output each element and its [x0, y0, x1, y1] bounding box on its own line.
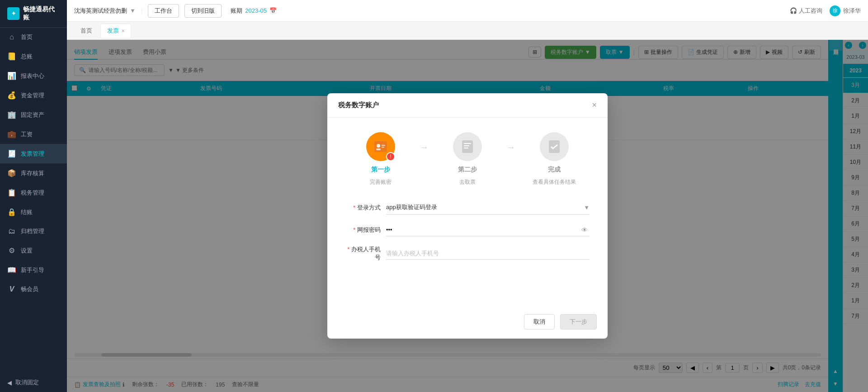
- modal-title: 税务数字账户: [338, 101, 379, 110]
- phone-required-mark: *: [347, 246, 349, 253]
- invoice-icon: 🧾: [7, 149, 16, 158]
- tab-invoice[interactable]: 发票 ×: [100, 24, 131, 38]
- user-menu[interactable]: 徐 徐泽华: [830, 5, 861, 16]
- modal-close-button[interactable]: ×: [592, 100, 597, 110]
- svg-rect-4: [382, 147, 384, 148]
- step3-desc: 查看具体任务结果: [533, 178, 576, 186]
- company-selector[interactable]: 沈海英测试经营勿删 ▼: [74, 7, 136, 15]
- logo-icon: ✦: [7, 7, 19, 20]
- pwd-required-mark: *: [353, 226, 355, 233]
- topbar-right: 🎧 人工咨询 徐 徐泽华: [790, 5, 861, 16]
- login-method-select[interactable]: app获取验证码登录 ▼: [386, 201, 590, 215]
- tax-icon: 📋: [7, 188, 16, 197]
- home-icon: ⌂: [7, 33, 16, 41]
- cancel-button[interactable]: 取消: [524, 314, 555, 330]
- tab-invoice-label: 发票: [107, 27, 119, 35]
- sidebar-label-settings: 设置: [21, 247, 33, 255]
- step3-icon-wrap: [540, 132, 569, 161]
- sidebar-item-archive[interactable]: 🗂 归档管理: [0, 222, 67, 241]
- login-method-row: * 登录方式 app获取验证码登录 ▼: [345, 201, 590, 215]
- steps-container: ! 第一步 完善账密 →: [327, 118, 608, 197]
- sidebar-label-assets: 固定资产: [21, 111, 44, 119]
- svg-rect-2: [376, 148, 381, 150]
- sidebar: ✦ 畅捷通易代账 ⌂ 首页 📒 总账 📊 报表中心 💰 资金管理 🏢 固定资产 …: [0, 0, 67, 392]
- password-row: * 网报密码 👁: [345, 224, 590, 236]
- modal-footer: 取消 下一步: [327, 309, 608, 339]
- step2-desc: 去取票: [459, 178, 476, 186]
- sidebar-item-ledger[interactable]: 📒 总账: [0, 47, 67, 66]
- password-toggle-icon[interactable]: 👁: [580, 225, 590, 235]
- sidebar-label-tax: 税务管理: [21, 189, 44, 197]
- service-label: 人工咨询: [799, 7, 822, 15]
- unpin-label: 取消固定: [15, 378, 39, 387]
- main-content: 沈海英测试经营勿删 ▼ | 工作台 切到旧版 账期 2023-05 📅 🎧 人工…: [67, 0, 868, 392]
- tax-account-modal: 税务数字账户 ×: [327, 93, 608, 339]
- phone-input[interactable]: [386, 247, 590, 260]
- svg-point-1: [377, 144, 380, 148]
- arrow-1-2: →: [416, 142, 432, 153]
- tab-home[interactable]: 首页: [74, 24, 99, 38]
- sidebar-item-settings[interactable]: ⚙ 设置: [0, 241, 67, 260]
- select-arrow-icon: ▼: [584, 204, 590, 211]
- sidebar-label-salary: 工资: [21, 130, 33, 139]
- workbench-button[interactable]: 工作台: [148, 4, 179, 18]
- sidebar-item-close[interactable]: 🔒 结账: [0, 202, 67, 222]
- headset-icon: 🎧: [790, 7, 797, 14]
- tab-close-icon[interactable]: ×: [122, 28, 124, 33]
- password-input[interactable]: [386, 224, 580, 236]
- arrow-2-3: →: [503, 142, 519, 153]
- step-2: 第二步 去取票: [432, 132, 503, 186]
- sidebar-label-home: 首页: [21, 33, 33, 41]
- switch-label: 切到旧版: [191, 7, 215, 14]
- phone-row: * 办税人手机号: [345, 245, 590, 262]
- sidebar-label-funds: 资金管理: [21, 91, 44, 100]
- period-display: 账期 2023-05 📅: [231, 7, 277, 15]
- step2-icon: [459, 139, 476, 155]
- unpin-button[interactable]: ◀ 取消固定: [0, 373, 67, 392]
- svg-rect-6: [464, 143, 471, 144]
- sidebar-item-invoice[interactable]: 🧾 发票管理: [0, 144, 67, 163]
- svg-rect-8: [464, 148, 468, 148]
- step1-desc: 完善账密: [370, 178, 392, 186]
- sidebar-label-invoice: 发票管理: [21, 150, 44, 158]
- next-button[interactable]: 下一步: [560, 314, 597, 330]
- modal-form: * 登录方式 app获取验证码登录 ▼ *: [327, 197, 608, 282]
- tab-home-label: 首页: [80, 27, 92, 35]
- step1-icon-wrap: !: [366, 132, 395, 161]
- period-value: 2023-05: [245, 7, 267, 14]
- step1-error-badge: !: [386, 152, 395, 161]
- password-label: * 网报密码: [345, 226, 386, 234]
- step1-icon: [373, 139, 389, 155]
- sidebar-label-inventory: 库存核算: [21, 169, 44, 177]
- sidebar-item-reports[interactable]: 📊 报表中心: [0, 66, 67, 86]
- tab-bar: 首页 发票 ×: [67, 22, 868, 40]
- svg-rect-5: [462, 140, 473, 153]
- period-label: 账期: [231, 7, 242, 15]
- modal-overlay: 税务数字账户 ×: [67, 40, 868, 392]
- modal-header: 税务数字账户 ×: [327, 93, 608, 118]
- modal-spacer: [327, 282, 608, 309]
- switch-version-button[interactable]: 切到旧版: [184, 4, 222, 18]
- funds-icon: 💰: [7, 91, 16, 100]
- sidebar-item-assets[interactable]: 🏢 固定资产: [0, 105, 67, 124]
- archive-icon: 🗂: [7, 227, 16, 235]
- salary-icon: 💼: [7, 130, 16, 139]
- sidebar-item-funds[interactable]: 💰 资金管理: [0, 86, 67, 105]
- password-field-wrap: 👁: [386, 224, 590, 236]
- login-method-label: * 登录方式: [345, 204, 386, 212]
- sidebar-item-home[interactable]: ⌂ 首页: [0, 28, 67, 47]
- sidebar-item-salary[interactable]: 💼 工资: [0, 124, 67, 144]
- step2-label: 第二步: [458, 166, 477, 174]
- ledger-icon: 📒: [7, 52, 16, 61]
- step-3: 完成 查看具体任务结果: [519, 132, 590, 186]
- close-icon: 🔒: [7, 208, 16, 216]
- sidebar-item-guide[interactable]: 📖 新手引导: [0, 260, 67, 280]
- sidebar-item-inventory[interactable]: 📦 库存核算: [0, 163, 67, 183]
- calendar-icon[interactable]: 📅: [269, 7, 277, 14]
- sidebar-label-guide: 新手引导: [21, 266, 44, 274]
- workbench-label: 工作台: [155, 7, 172, 14]
- service-link[interactable]: 🎧 人工咨询: [790, 7, 822, 15]
- sidebar-item-tax[interactable]: 📋 税务管理: [0, 183, 67, 202]
- svg-rect-7: [464, 145, 469, 146]
- sidebar-item-membership[interactable]: V 畅会员: [0, 280, 67, 299]
